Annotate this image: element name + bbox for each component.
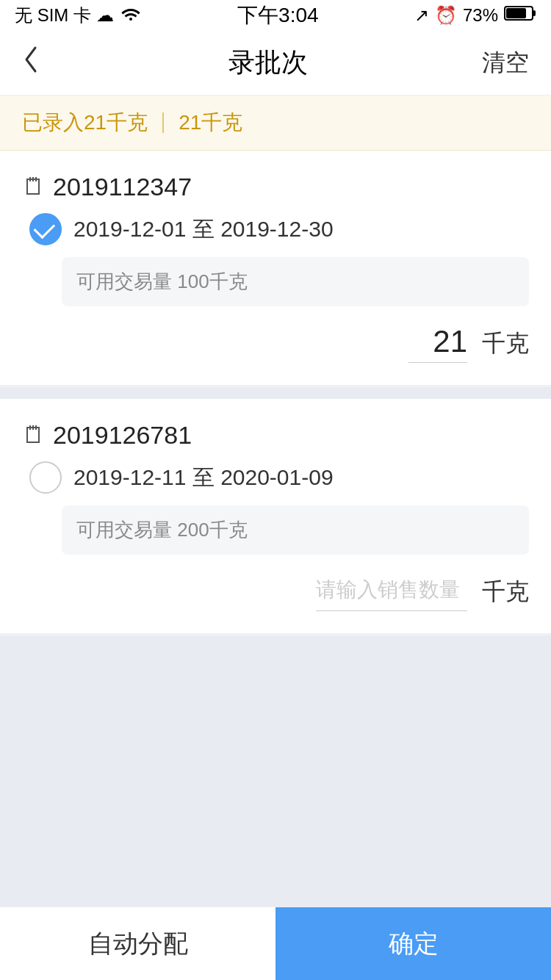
batch-item-1: 🗒 2019112347 2019-12-01 至 2019-12-30 可用交… xyxy=(0,151,551,386)
status-bar: 无 SIM 卡 ☁ 下午3:04 ↗ ⏰ 73% xyxy=(0,0,551,31)
quantity-input-1[interactable] xyxy=(408,324,467,359)
batch-item-1-header: 🗒 2019112347 2019-12-01 至 2019-12-30 可用交… xyxy=(0,151,551,306)
radio-btn-2[interactable] xyxy=(29,461,62,494)
available-volume-1: 可用交易量 100千克 xyxy=(76,270,248,292)
location-icon: ↗ xyxy=(414,5,429,26)
back-button[interactable] xyxy=(22,45,66,81)
batch-id-1: 2019112347 xyxy=(53,173,192,201)
batch-date-1: 2019-12-01 至 2019-12-30 xyxy=(73,215,334,245)
wifi-icon xyxy=(120,4,142,26)
quantity-row-1: 千克 xyxy=(0,306,551,386)
summary-label: 已录入21千克 xyxy=(22,109,148,137)
svg-rect-2 xyxy=(506,8,526,18)
alarm-icon: ⏰ xyxy=(435,5,457,26)
section-separator-2 xyxy=(0,635,551,647)
status-left: 无 SIM 卡 ☁ xyxy=(15,4,142,27)
quantity-placeholder-2: 请输入销售数量 xyxy=(316,576,460,604)
page-title: 录批次 xyxy=(66,45,470,81)
summary-banner: 已录入21千克 21千克 xyxy=(0,96,551,151)
batch-date-row-2[interactable]: 2019-12-11 至 2020-01-09 xyxy=(22,461,529,494)
document-icon-2: 🗒 xyxy=(22,422,46,449)
summary-value: 21千克 xyxy=(179,109,242,137)
quantity-row-2: 请输入销售数量 千克 xyxy=(0,555,551,634)
clear-button[interactable]: 清空 xyxy=(470,47,529,79)
quantity-unit-1: 千克 xyxy=(482,328,529,360)
batch-id-2: 2019126781 xyxy=(53,421,192,450)
batch-item-2-header: 🗒 2019126781 2019-12-11 至 2020-01-09 可用交… xyxy=(0,399,551,555)
available-volume-2: 可用交易量 200千克 xyxy=(76,519,248,541)
auto-distribute-button[interactable]: 自动分配 xyxy=(0,907,276,980)
batch-date-row-1[interactable]: 2019-12-01 至 2019-12-30 xyxy=(22,213,529,245)
sim-status: 无 SIM 卡 ☁ xyxy=(15,4,114,27)
footer: 自动分配 确定 xyxy=(0,907,551,980)
available-volume-row-1: 可用交易量 100千克 xyxy=(62,257,529,306)
status-right: ↗ ⏰ 73% xyxy=(414,4,536,26)
nav-bar: 录批次 清空 xyxy=(0,31,551,96)
svg-rect-1 xyxy=(533,10,536,16)
confirm-button[interactable]: 确定 xyxy=(276,907,551,980)
quantity-display-2: 请输入销售数量 xyxy=(316,572,467,611)
document-icon-1: 🗒 xyxy=(22,173,46,201)
battery-icon xyxy=(504,4,536,26)
section-separator xyxy=(0,387,551,399)
summary-divider xyxy=(162,112,164,133)
battery-level: 73% xyxy=(463,5,498,26)
quantity-unit-2: 千克 xyxy=(482,576,529,608)
batch-item-2: 🗒 2019126781 2019-12-11 至 2020-01-09 可用交… xyxy=(0,399,551,634)
radio-btn-1[interactable] xyxy=(29,213,62,245)
batch-id-row-1: 🗒 2019112347 xyxy=(22,173,529,201)
status-time: 下午3:04 xyxy=(237,1,319,29)
available-volume-row-2: 可用交易量 200千克 xyxy=(62,505,529,555)
quantity-display-1 xyxy=(408,324,467,363)
batch-date-2: 2019-12-11 至 2020-01-09 xyxy=(73,463,334,493)
batch-id-row-2: 🗒 2019126781 xyxy=(22,421,529,450)
